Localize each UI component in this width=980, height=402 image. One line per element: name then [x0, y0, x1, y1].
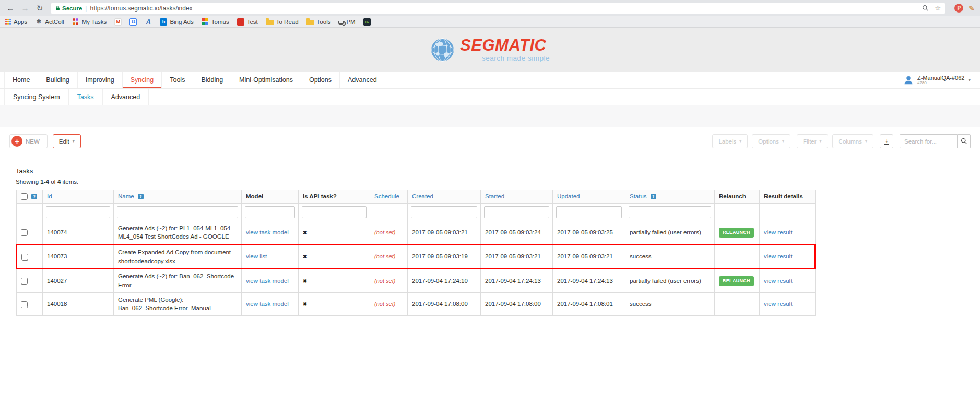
- cell-status: partially failed (user errors): [625, 221, 715, 244]
- col-header-id[interactable]: Id: [47, 193, 52, 199]
- col-header-result-details: Result details: [760, 190, 816, 204]
- cell-name: Generate PML (Google): Ban_062_Shortcode…: [114, 292, 242, 315]
- view-task-model-link[interactable]: view task model: [246, 301, 289, 307]
- bookmark-label: PM: [346, 19, 355, 25]
- nav-item-home[interactable]: Home: [4, 72, 38, 88]
- filter-updated-input[interactable]: [556, 206, 622, 218]
- a-icon: A: [145, 18, 152, 26]
- secure-badge[interactable]: Secure: [55, 5, 82, 11]
- subnav-item-advanced[interactable]: Advanced: [103, 89, 149, 105]
- bookmark-label: Test: [247, 19, 258, 25]
- download-button[interactable]: ↓: [880, 134, 893, 148]
- summary-text: items.: [63, 179, 79, 185]
- segmatic-logo[interactable]: SEGMATIC search made simple: [430, 37, 550, 62]
- filter-model-input[interactable]: [245, 206, 295, 218]
- nav-item-building[interactable]: Building: [38, 72, 77, 88]
- row-checkbox[interactable]: [21, 254, 28, 261]
- help-icon[interactable]: ?: [651, 194, 656, 199]
- filter-id-input[interactable]: [46, 206, 110, 218]
- bookmark-actcoll[interactable]: ✱ ActColl: [35, 18, 64, 26]
- cell-name: Generate Ads (~2) for: Ban_062_Shortcode…: [114, 269, 242, 292]
- col-header-created[interactable]: Created: [412, 193, 433, 199]
- view-result-link[interactable]: view result: [764, 278, 792, 284]
- filter-created-input[interactable]: [411, 206, 477, 218]
- tasks-table: ? Id Name ? Model Is API task? Schedule …: [16, 190, 816, 316]
- subnav-item-syncing-system[interactable]: Syncing System: [4, 89, 69, 105]
- search-button[interactable]: [957, 134, 971, 148]
- bookmark-gmail[interactable]: M: [114, 18, 122, 26]
- filter-button[interactable]: Filter ▾: [797, 134, 828, 148]
- col-header-name[interactable]: Name: [118, 193, 134, 199]
- select-all-checkbox[interactable]: [21, 193, 28, 200]
- bookmark-to-read[interactable]: To Read: [266, 18, 299, 25]
- nav-item-options[interactable]: Options: [301, 72, 340, 88]
- cell-created: 2017-09-04 17:08:00: [408, 292, 481, 315]
- cell-status: partially failed (user errors): [625, 269, 715, 292]
- relaunch-button[interactable]: RELAUNCH: [719, 228, 754, 238]
- bookmark-pm[interactable]: PM: [338, 19, 355, 25]
- edit-button-label: Edit: [59, 138, 69, 145]
- address-bar[interactable]: Secure | https://tomus.segmatic.io/tasks…: [51, 3, 945, 14]
- col-header-started[interactable]: Started: [485, 193, 504, 199]
- summary-text: of: [51, 179, 56, 185]
- help-icon[interactable]: ?: [138, 194, 144, 199]
- nav-item-advanced[interactable]: Advanced: [340, 72, 385, 88]
- view-task-model-link[interactable]: view task model: [246, 229, 289, 235]
- bookmark-tc[interactable]: TC: [363, 18, 371, 26]
- bookmark-apps[interactable]: Apps: [5, 19, 27, 25]
- bookmark-tomus[interactable]: Tomus: [202, 18, 229, 26]
- bookmark-star-icon[interactable]: ☆: [935, 4, 941, 12]
- bookmark-a[interactable]: A: [145, 18, 152, 26]
- view-result-link[interactable]: view result: [764, 301, 792, 307]
- columns-button[interactable]: Columns ▾: [832, 134, 873, 148]
- summary-range: 1-4: [40, 179, 49, 185]
- view-result-link[interactable]: view result: [764, 229, 792, 235]
- nav-item-syncing[interactable]: Syncing: [123, 72, 162, 88]
- calendar-icon: 31: [129, 18, 137, 26]
- filter-started-input[interactable]: [484, 206, 549, 218]
- new-button[interactable]: + NEW: [9, 134, 48, 148]
- bookmark-bing-ads[interactable]: b Bing Ads: [160, 18, 193, 26]
- edit-button[interactable]: Edit ▾: [53, 134, 81, 148]
- nav-item-mini-optimisations[interactable]: Mini-Optimisations: [231, 72, 301, 88]
- bookmark-calendar[interactable]: 31: [129, 18, 137, 26]
- url-text[interactable]: https://tomus.segmatic.io/tasks/index: [90, 5, 915, 12]
- zoom-icon[interactable]: [922, 5, 929, 11]
- bookmark-tools[interactable]: Tools: [306, 18, 331, 25]
- view-result-link[interactable]: view result: [764, 253, 792, 259]
- page-title: Tasks: [16, 167, 971, 175]
- view-list-link[interactable]: view list: [246, 253, 267, 259]
- forward-button[interactable]: →: [20, 4, 30, 13]
- results-summary: Showing 1-4 of 4 items.: [16, 179, 971, 185]
- view-task-model-link[interactable]: view task model: [246, 278, 289, 284]
- labels-button[interactable]: Labels ▾: [712, 134, 748, 148]
- row-checkbox[interactable]: [21, 278, 28, 285]
- row-checkbox[interactable]: [21, 229, 28, 236]
- tc-icon: TC: [363, 18, 371, 26]
- search-input[interactable]: [900, 134, 957, 148]
- subnav-item-tasks[interactable]: Tasks: [69, 89, 103, 105]
- col-header-schedule[interactable]: Schedule: [374, 193, 399, 199]
- download-icon: ↓: [884, 137, 889, 145]
- bookmark-test[interactable]: Test: [237, 18, 258, 26]
- user-menu[interactable]: Z-ManualQA-#062 #280 ▾: [903, 72, 980, 88]
- apps-grid-icon: [5, 19, 11, 25]
- filter-name-input[interactable]: [117, 206, 238, 218]
- nav-item-improving[interactable]: Improving: [78, 72, 123, 88]
- extension-pencil-icon[interactable]: ✎: [969, 4, 975, 13]
- cell-started: 2017-09-04 17:24:13: [481, 269, 553, 292]
- back-button[interactable]: ←: [5, 4, 16, 13]
- nav-item-tools[interactable]: Tools: [162, 72, 193, 88]
- refresh-button[interactable]: ↻: [34, 4, 45, 13]
- bookmark-my-tasks[interactable]: My Tasks: [72, 18, 107, 26]
- filter-is-api-input[interactable]: [302, 206, 367, 218]
- extension-p-icon[interactable]: P: [954, 4, 963, 13]
- col-header-updated[interactable]: Updated: [557, 193, 580, 199]
- options-button[interactable]: Options ▾: [752, 134, 790, 148]
- col-header-status[interactable]: Status: [630, 193, 647, 199]
- row-checkbox[interactable]: [21, 301, 28, 308]
- relaunch-button[interactable]: RELAUNCH: [719, 276, 754, 286]
- filter-status-input[interactable]: [629, 206, 711, 218]
- nav-item-bidding[interactable]: Bidding: [193, 72, 231, 88]
- help-icon[interactable]: ?: [31, 194, 37, 199]
